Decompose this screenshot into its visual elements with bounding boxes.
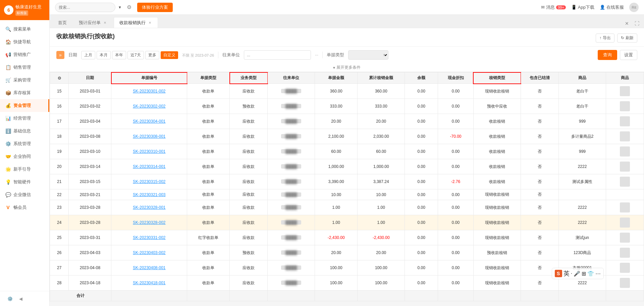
- cell-goods2: [606, 260, 644, 276]
- tab-close-all-btn[interactable]: ✕: [623, 19, 631, 28]
- cell-amount: 10.00: [315, 189, 358, 200]
- expand-conditions-btn[interactable]: ▾ 展开更多条件: [333, 65, 361, 70]
- sidebar-item-inventory[interactable]: 📦 库存核算: [0, 86, 49, 99]
- cell-verified: 360.00: [358, 84, 405, 99]
- cell-partner: ████: [268, 245, 315, 260]
- system-icon: ⚙️: [5, 141, 11, 146]
- refresh-button[interactable]: ↻ 刷新: [617, 34, 637, 43]
- cell-doc-no[interactable]: SK-20230315-002: [111, 174, 187, 189]
- settings-btn[interactable]: ⚙️: [5, 294, 15, 303]
- cell-doc-no[interactable]: SK-20230302-002: [111, 99, 187, 114]
- tabbar: 首页 预计应付单 × 收款核销执行 × ✕ ⛶: [50, 15, 644, 28]
- sidebar-item-hardware[interactable]: 💡 智能硬件: [0, 176, 49, 188]
- tab-collection[interactable]: 收款核销执行 ×: [114, 17, 158, 28]
- export-button[interactable]: ↑ 导出: [596, 34, 614, 43]
- cell-date: 2023-04-03: [69, 245, 111, 260]
- cell-biz-type: 应收款: [230, 189, 268, 200]
- tab-prepay[interactable]: 预计应付单 ×: [73, 17, 113, 28]
- cell-doc-no[interactable]: SK-20230304-001: [111, 114, 187, 129]
- sidebar-item-finance[interactable]: 💰 资金管理: [0, 99, 49, 112]
- sidebar-item-wechat[interactable]: 💬 企业微信: [0, 188, 49, 201]
- tab-prepay-close[interactable]: ×: [103, 20, 107, 25]
- topbar-gear-icon[interactable]: ⚙: [124, 3, 134, 12]
- collapse-btn[interactable]: ◀: [16, 294, 25, 303]
- filter-settings-button[interactable]: 设置: [620, 50, 637, 60]
- tab-prepay-label: 预计应付单: [79, 20, 101, 26]
- cell-doc-no[interactable]: SK-20230321-003: [111, 189, 187, 200]
- custom-date-btn[interactable]: 自定义: [161, 51, 178, 59]
- cell-balance: 0.00: [405, 260, 438, 276]
- notification-label: 消息: [546, 4, 555, 10]
- cell-doc-no[interactable]: SK-20230314-001: [111, 159, 187, 174]
- sidebar-item-quicknav[interactable]: 🏠 快捷导航: [0, 36, 49, 48]
- tab-maximize-btn[interactable]: ⛶: [633, 19, 641, 28]
- partner-filter-input[interactable]: [244, 50, 311, 60]
- cell-biz-type: 预收款: [230, 245, 268, 260]
- cell-goods: 测试jun: [558, 230, 606, 245]
- cell-balance: 0.00: [405, 99, 438, 114]
- sidebar-item-enterprise[interactable]: 🤝 企业协同: [0, 150, 49, 163]
- cell-verify-type: 收款核销: [473, 159, 521, 174]
- data-table: ⊙ 日期 单据编号 单据类型 业务类型: [50, 72, 644, 301]
- cell-goods2: [606, 230, 644, 245]
- cell-doc-no[interactable]: SK-20230308-001: [111, 129, 187, 144]
- cell-doc-no[interactable]: SK-20230331-002: [111, 230, 187, 245]
- cell-doc-type: 收款单: [187, 99, 230, 114]
- topbar-search-input[interactable]: [55, 3, 115, 12]
- user-avatar[interactable]: Rit: [629, 3, 639, 12]
- cell-partner: ████: [268, 200, 315, 215]
- sidebar-item-label: 基础信息: [13, 128, 31, 134]
- tab-home[interactable]: 首页: [52, 17, 72, 28]
- cell-doc-no[interactable]: SK-20230301-002: [111, 84, 187, 99]
- this-year-btn[interactable]: 本年: [112, 51, 126, 59]
- cell-amount: 2,100.00: [315, 129, 358, 144]
- online-service-btn[interactable]: 👤 在线客服: [600, 4, 624, 10]
- cell-date: 2023-03-28: [69, 200, 111, 215]
- more-date-btn[interactable]: 更多: [145, 51, 159, 59]
- tab-collection-close[interactable]: ×: [148, 20, 152, 25]
- query-button[interactable]: 查询: [598, 50, 617, 60]
- sidebar-item-basic[interactable]: ℹ️ 基础信息: [0, 125, 49, 137]
- cell-partner: ████: [268, 276, 315, 291]
- wechat-icon: 💬: [5, 192, 11, 197]
- cell-partner: ████: [268, 129, 315, 144]
- topbar-dropdown[interactable]: ▾: [119, 5, 121, 10]
- cell-amount: 100.00: [315, 260, 358, 276]
- sidebar-item-guide[interactable]: 🌟 新手引导: [0, 163, 49, 176]
- cell-goods2: [606, 245, 644, 260]
- cell-amount: 333.00: [315, 99, 358, 114]
- cell-doc-no[interactable]: SK-20230403-002: [111, 245, 187, 260]
- doc-type-select[interactable]: [348, 50, 388, 60]
- notification-btn[interactable]: ✉ 消息 99+: [541, 4, 566, 10]
- cell-doc-no[interactable]: SK-20230418-001: [111, 276, 187, 291]
- date-range-display: 不限 至 2023-07-26: [182, 52, 214, 58]
- cell-verified: 1.00: [358, 200, 405, 215]
- cell-doc-type: 收款单: [187, 276, 230, 291]
- cell-doc-no[interactable]: SK-20230408-001: [111, 260, 187, 276]
- filter-more-dots[interactable]: ···: [315, 53, 318, 57]
- cell-cash-discount: 0.00: [438, 200, 474, 215]
- sidebar-item-purchase[interactable]: 🛒 采购管理: [0, 74, 49, 86]
- sidebar-item-operations[interactable]: 📊 经营管理: [0, 112, 49, 125]
- col-doc-no: 单据编号: [111, 72, 187, 84]
- filter-expand-btn[interactable]: »: [56, 51, 64, 59]
- sidebar-item-search[interactable]: 🔍 搜索菜单: [0, 23, 49, 36]
- cell-verified: 100.00: [358, 276, 405, 291]
- cell-doc-no[interactable]: SK-20230310-001: [111, 144, 187, 159]
- sidebar-item-sales[interactable]: 📋 销售管理: [0, 61, 49, 74]
- cell-goods2: [606, 200, 644, 215]
- date-filter-buttons: 上月 本月 本年 近7天 更多 自定义: [81, 51, 178, 59]
- sidebar-item-marketing[interactable]: 📢 营销推广: [0, 48, 49, 61]
- cell-doc-no[interactable]: SK-20230328-001: [111, 200, 187, 215]
- last-month-btn[interactable]: 上月: [81, 51, 95, 59]
- cell-doc-no[interactable]: SK-20230328-002: [111, 215, 187, 230]
- sidebar-menu: 🔍 搜索菜单 🏠 快捷导航 📢 营销推广 📋 销售管理 🛒 采购管理 📦 库存核…: [0, 20, 49, 291]
- cell-verify-type: 收款核销: [473, 174, 521, 189]
- app-download-btn[interactable]: 📱 App下载: [571, 4, 594, 10]
- last-7days-btn[interactable]: 近7天: [127, 51, 144, 59]
- basic-icon: ℹ️: [5, 128, 11, 134]
- sidebar-item-member[interactable]: V 畅会员: [0, 201, 49, 214]
- sidebar-item-system[interactable]: ⚙️ 系统管理: [0, 137, 49, 150]
- this-month-btn[interactable]: 本月: [97, 51, 111, 59]
- solution-button[interactable]: 体验行业方案: [137, 3, 173, 12]
